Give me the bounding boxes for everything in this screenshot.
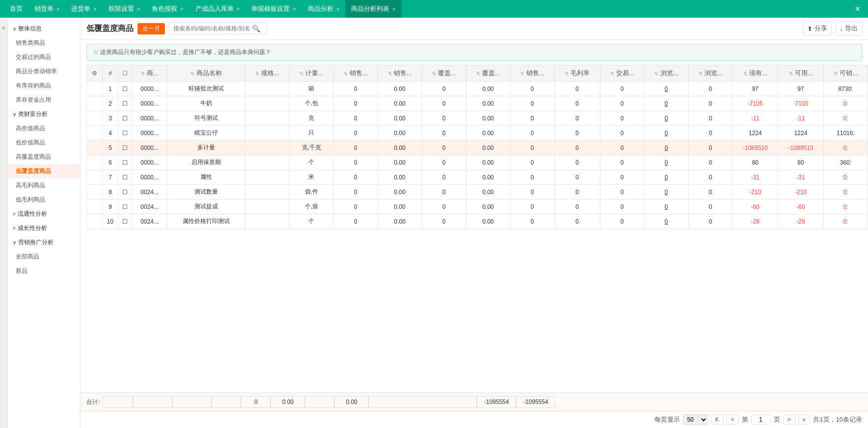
sidebar-item-low-coverage[interactable]: 低覆盖度商品 <box>8 164 80 178</box>
last-page-button[interactable]: » <box>798 415 811 425</box>
page-input[interactable] <box>751 415 771 425</box>
sidebar-section-wealth[interactable]: ∨ 类财富分析 <box>8 107 80 121</box>
close-icon[interactable]: × <box>180 6 183 12</box>
th-current[interactable]: ⇅现有... <box>732 65 778 82</box>
td-check[interactable]: ☐ <box>118 111 132 126</box>
th-trade[interactable]: ⇅交易... <box>600 65 644 82</box>
share-button[interactable]: ⬆ 分享 <box>803 22 832 35</box>
first-page-button[interactable]: K <box>711 415 724 425</box>
td-check[interactable]: ☐ <box>118 96 132 111</box>
sidebar-section-overview[interactable]: ∨ 整体信息 <box>8 22 80 36</box>
sidebar-item-stock-capital[interactable]: 库存资金占用 <box>8 93 80 107</box>
close-icon[interactable]: × <box>137 6 140 12</box>
sidebar-toggle[interactable]: « <box>0 18 8 428</box>
nav-home[interactable]: 首页 <box>4 0 28 18</box>
td-browse1[interactable]: 0 <box>644 126 688 141</box>
td-browse1[interactable]: 0 <box>644 170 688 185</box>
td-check[interactable]: ☐ <box>118 170 132 185</box>
th-sales1[interactable]: ⇅销售... <box>333 65 378 82</box>
th-sales3[interactable]: ⇅销售... <box>510 65 554 82</box>
th-unit[interactable]: ⇅计量... <box>289 65 333 82</box>
close-icon[interactable]: × <box>237 6 240 12</box>
sidebar-item-sales-goods[interactable]: 销售类商品 <box>8 36 80 50</box>
window-close-button[interactable]: × <box>851 4 864 14</box>
sidebar-item-category-rate[interactable]: 商品分类动销率 <box>8 64 80 79</box>
th-browse1[interactable]: ⇅浏览... <box>644 65 688 82</box>
close-icon[interactable]: × <box>293 6 296 12</box>
td-check[interactable]: ☐ <box>118 214 132 229</box>
search-input[interactable] <box>173 25 252 32</box>
nav-role-auth[interactable]: 角色授权 × <box>146 0 189 18</box>
th-sales2[interactable]: ⇅销售... <box>378 65 422 82</box>
export-button[interactable]: ↓ 导出 <box>836 22 863 35</box>
td-cover1: 0 <box>422 200 466 214</box>
td-unit: 克,千克 <box>289 141 333 155</box>
close-icon[interactable]: × <box>93 6 96 12</box>
th-saleable[interactable]: ⇅可销... <box>823 65 868 82</box>
th-spec[interactable]: ⇅规格... <box>245 65 289 82</box>
td-check[interactable]: ☐ <box>118 200 132 214</box>
td-browse1[interactable]: 0 <box>644 155 688 170</box>
td-browse1[interactable]: 0 <box>644 111 688 126</box>
td-browse2: 0 <box>688 155 732 170</box>
period-button[interactable]: 近一月 <box>137 23 165 34</box>
sidebar-section-marketing[interactable]: ∨ 营销推广分析 <box>8 235 80 250</box>
nav-product-analysis-list[interactable]: 商品分析列表 × <box>345 0 401 18</box>
nav-purchase-order[interactable]: 进货单 × <box>65 0 102 18</box>
td-check[interactable]: ☐ <box>118 141 132 155</box>
sidebar-item-traded-goods[interactable]: 交易过的商品 <box>8 50 80 64</box>
td-browse1[interactable]: 0 <box>644 96 688 111</box>
next-page-button[interactable]: > <box>783 415 795 425</box>
th-check[interactable]: ☐ <box>118 65 132 82</box>
sidebar-item-new-goods[interactable]: 新品 <box>8 264 80 278</box>
th-margin[interactable]: ⇅毛利率 <box>554 65 600 82</box>
td-check[interactable]: ☐ <box>118 155 132 170</box>
td-browse1[interactable]: 0 <box>644 214 688 229</box>
sidebar-item-in-stock[interactable]: 有库存的商品 <box>8 79 80 93</box>
td-check[interactable]: ☐ <box>118 82 132 96</box>
td-browse1[interactable]: 0 <box>644 200 688 214</box>
td-check[interactable]: ☐ <box>118 126 132 141</box>
close-icon[interactable]: × <box>336 6 339 12</box>
nav-product-analysis[interactable]: 商品分析 × <box>302 0 345 18</box>
th-browse2[interactable]: ⇅浏览... <box>688 65 732 82</box>
table-row: 5 ☐ 0000... 多计量 克,千克 0 0.00 0 0.00 0 0 0… <box>87 141 868 155</box>
arrow-icon: ∨ <box>13 240 16 245</box>
td-cover1: 0 <box>422 185 466 200</box>
sidebar-section-growth[interactable]: > 成长性分析 <box>8 221 80 235</box>
nav-product-storage[interactable]: 产成品入库单 × <box>190 0 245 18</box>
close-icon[interactable]: × <box>392 6 395 12</box>
close-icon[interactable]: × <box>56 6 59 12</box>
search-icon[interactable]: 🔍 <box>252 25 260 32</box>
nav-permission-settings[interactable]: 权限设置 × <box>103 0 146 18</box>
td-cover2: 0.00 <box>466 141 510 155</box>
td-trade: 0 <box>600 185 644 200</box>
th-name[interactable]: ⇅商品名称 <box>167 65 245 82</box>
th-cover2[interactable]: ⇅覆盖... <box>466 65 510 82</box>
th-available[interactable]: ⇅可用... <box>778 65 824 82</box>
sidebar-item-high-coverage[interactable]: 高覆盖度商品 <box>8 150 80 164</box>
td-sales3: 0 <box>510 170 554 185</box>
td-spec <box>245 141 289 155</box>
th-settings[interactable]: ⚙ <box>87 65 103 82</box>
sidebar-item-high-margin[interactable]: 高毛利商品 <box>8 178 80 193</box>
td-sales1: 0 <box>333 141 378 155</box>
sidebar-item-all-goods[interactable]: 全部商品 <box>8 250 80 264</box>
td-browse1[interactable]: 0 <box>644 82 688 96</box>
th-code[interactable]: ⇅商... <box>132 65 167 82</box>
th-cover1[interactable]: ⇅覆盖... <box>422 65 466 82</box>
td-sales1: 0 <box>333 214 378 229</box>
sidebar-item-high-value[interactable]: 高价值商品 <box>8 121 80 136</box>
td-browse1[interactable]: 0 <box>644 141 688 155</box>
sidebar-item-low-value[interactable]: 低价值商品 <box>8 136 80 150</box>
td-unit: 个 <box>289 214 333 229</box>
sidebar-item-low-margin[interactable]: 低毛利商品 <box>8 193 80 207</box>
per-page-select[interactable]: 50 10 20 100 <box>683 414 708 425</box>
td-check[interactable]: ☐ <box>118 185 132 200</box>
prev-page-button[interactable]: < <box>727 415 739 425</box>
td-num: 4 <box>103 126 118 141</box>
td-browse1[interactable]: 0 <box>644 185 688 200</box>
nav-template-settings[interactable]: 单据模板设置 × <box>245 0 301 18</box>
sidebar-section-liquidity[interactable]: > 流通性分析 <box>8 207 80 221</box>
nav-sales-order[interactable]: 销货单 × <box>28 0 65 18</box>
